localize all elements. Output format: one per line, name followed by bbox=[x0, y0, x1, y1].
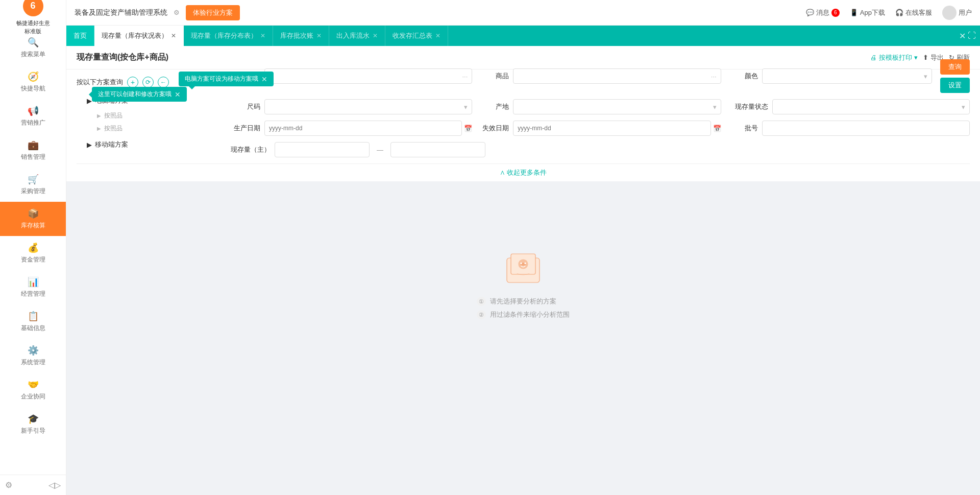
mobile-scheme-label: 移动端方案 bbox=[95, 140, 128, 149]
online-support-btn[interactable]: 🎧 在线客服 bbox=[895, 8, 932, 17]
svg-point-3 bbox=[520, 263, 522, 264]
sidebar-item-purchase[interactable]: 🛒采购管理 bbox=[0, 168, 66, 202]
logo: 6 畅捷通好生意 标准版 bbox=[0, 0, 66, 31]
sidebar-item-enterprise[interactable]: 🤝企业协同 bbox=[0, 373, 66, 407]
desktop-scheme-item[interactable]: ▶ 电脑端方案 bbox=[87, 94, 970, 107]
tab-close-in_out_flow[interactable]: ✕ bbox=[373, 32, 378, 39]
sidebar-item-operation[interactable]: 📊经营管理 bbox=[0, 270, 66, 304]
sidebar: 6 畅捷通好生意 标准版 🔍搜索菜单🧭快捷导航📢营销推广💼销售管理🛒采购管理📦库… bbox=[0, 0, 66, 495]
collapse-icon: ∧ bbox=[500, 169, 505, 176]
sidebar-item-marketing[interactable]: 📢营销推广 bbox=[0, 99, 66, 133]
collapse-icon[interactable]: ◁▷ bbox=[48, 480, 61, 490]
tab-in_out_flow[interactable]: 出入库流水✕ bbox=[329, 26, 385, 46]
tab-batch_account[interactable]: 库存批次账✕ bbox=[273, 26, 329, 46]
sidebar-item-sales[interactable]: 💼销售管理 bbox=[0, 133, 66, 168]
content-area: ① 请先选择要分析的方案 ② 用过滤条件来缩小分析范围 bbox=[66, 181, 980, 386]
empty-tips: ① 请先选择要分析的方案 ② 用过滤条件来缩小分析范围 bbox=[477, 295, 570, 321]
industry-btn[interactable]: 体验行业方案 bbox=[186, 5, 240, 20]
avatar bbox=[942, 6, 957, 20]
tab-close-inventory_status[interactable]: ✕ bbox=[171, 32, 176, 39]
mobile-scheme-item[interactable]: ▶ 移动端方案 bbox=[87, 138, 970, 151]
tab-label-in_out_flow: 出入库流水 bbox=[336, 31, 370, 40]
sub-item-2[interactable]: ▶ 按照品 bbox=[97, 122, 970, 135]
filter-label: 按以下方案查询 bbox=[77, 78, 123, 87]
mobile-scheme-arrow-icon: ▶ bbox=[87, 141, 92, 149]
tab-close-inventory_dist[interactable]: ✕ bbox=[260, 32, 265, 39]
tooltip-create: 这里可以创建和修改方案哦 ✕ bbox=[92, 87, 187, 102]
marketing-icon: 📢 bbox=[28, 105, 39, 116]
message-btn[interactable]: 💬 消息 6 bbox=[806, 8, 840, 17]
enterprise-icon: 🤝 bbox=[28, 379, 39, 390]
finance-icon: 💰 bbox=[28, 242, 39, 253]
tab-label-inventory_status: 现存量（库存状况表） bbox=[102, 31, 168, 40]
filter-header: 按以下方案查询 + ⟳ ← 电脑方案可设为移动方案哦 ✕ bbox=[77, 77, 970, 88]
message-label: 消息 bbox=[816, 8, 829, 17]
guide-icon: 🧭 bbox=[28, 71, 39, 82]
tooltip-scheme-close[interactable]: ✕ bbox=[261, 75, 267, 83]
headset-icon: 🎧 bbox=[895, 9, 903, 16]
tab-label-batch_account: 库存批次账 bbox=[280, 31, 313, 40]
empty-tip-2: ② 用过滤条件来缩小分析范围 bbox=[477, 308, 570, 321]
tab-inventory_status[interactable]: 现存量（库存状况表）✕ bbox=[94, 26, 184, 46]
empty-tip-1: ① 请先选择要分析的方案 bbox=[477, 295, 570, 308]
sidebar-item-newuser[interactable]: 🎓新手引导 bbox=[0, 407, 66, 441]
svg-point-4 bbox=[524, 263, 526, 264]
tab-inventory_dist[interactable]: 现存量（库存分布表）✕ bbox=[184, 26, 273, 46]
sidebar-item-inventory[interactable]: 📦库存核算 bbox=[0, 202, 66, 236]
edit-scheme-btn[interactable]: ⟳ bbox=[142, 77, 154, 88]
user-btn[interactable]: 用户 bbox=[942, 6, 972, 20]
logo-name: 畅捷通好生意 bbox=[16, 19, 50, 27]
tab-home[interactable]: 首页 bbox=[66, 26, 94, 46]
sub-item-1[interactable]: ▶ 按照品 bbox=[97, 109, 970, 122]
app-download-btn[interactable]: 📱 App下载 bbox=[850, 8, 885, 17]
tab-label-inventory_dist: 现存量（库存分布表） bbox=[191, 31, 257, 40]
tab-bar: 首页现存量（库存状况表）✕现存量（库存分布表）✕库存批次账✕出入库流水✕收发存汇… bbox=[66, 26, 980, 46]
basic-icon: 📋 bbox=[28, 311, 39, 322]
sidebar-bottom: ⚙ ◁▷ bbox=[0, 475, 66, 495]
tab-fullscreen-btn[interactable]: ⛶ bbox=[968, 31, 976, 40]
operation-icon: 📊 bbox=[28, 276, 39, 288]
main-content: 现存量查询(按仓库+商品) 🖨 按模板打印 ▾ ⬆ 导出 ↻ 刷新 按以下方案查… bbox=[66, 46, 980, 495]
page-title: 现存量查询(按仓库+商品) bbox=[77, 52, 168, 63]
tab-collection_summary[interactable]: 收发存汇总表✕ bbox=[385, 26, 448, 46]
add-scheme-btn[interactable]: + bbox=[127, 77, 138, 88]
header-left: 装备及固定资产辅助管理系统 ⚙ 体验行业方案 bbox=[75, 5, 240, 20]
back-scheme-btn[interactable]: ← bbox=[158, 77, 169, 88]
tab-close-btn[interactable]: ✕ bbox=[959, 31, 966, 41]
purchase-icon: 🛒 bbox=[28, 174, 39, 185]
sidebar-item-system[interactable]: ⚙️系统管理 bbox=[0, 339, 66, 373]
inventory-icon: 📦 bbox=[28, 208, 39, 219]
search-btn[interactable]: 查询 bbox=[940, 59, 970, 75]
tab-end-actions: ✕ ⛶ bbox=[955, 31, 980, 41]
logo-icon: 6 bbox=[23, 0, 43, 16]
scheme-arrow-icon: ▶ bbox=[87, 97, 92, 105]
tab-label-home: 首页 bbox=[74, 31, 87, 40]
tab-label-collection_summary: 收发存汇总表 bbox=[393, 31, 432, 40]
empty-state: ① 请先选择要分析的方案 ② 用过滤条件来缩小分析范围 bbox=[477, 246, 570, 321]
phone-icon: 📱 bbox=[850, 9, 858, 16]
sidebar-item-finance[interactable]: 💰资金管理 bbox=[0, 236, 66, 270]
settings-icon[interactable]: ⚙ bbox=[5, 480, 12, 490]
system-settings-icon[interactable]: ⚙ bbox=[174, 9, 180, 16]
desktop-sub-items: ▶ 按照品 ▶ 按照品 bbox=[87, 109, 970, 135]
filter-area: 按以下方案查询 + ⟳ ← 电脑方案可设为移动方案哦 ✕ ▶ 电脑端方案 这里 bbox=[66, 69, 980, 181]
message-icon: 💬 bbox=[806, 9, 814, 16]
sales-icon: 💼 bbox=[28, 139, 39, 151]
header: 装备及固定资产辅助管理系统 ⚙ 体验行业方案 💬 消息 6 📱 App下载 🎧 … bbox=[66, 0, 980, 26]
search-icon: 🔍 bbox=[28, 37, 39, 48]
system-name: 装备及固定资产辅助管理系统 bbox=[75, 8, 167, 17]
system-icon: ⚙️ bbox=[28, 345, 39, 356]
sidebar-item-search[interactable]: 🔍搜索菜单 bbox=[0, 31, 66, 65]
tab-close-collection_summary[interactable]: ✕ bbox=[435, 32, 440, 39]
header-right: 💬 消息 6 📱 App下载 🎧 在线客服 用户 bbox=[806, 6, 972, 20]
sidebar-item-guide[interactable]: 🧭快捷导航 bbox=[0, 65, 66, 99]
tooltip-scheme: 电脑方案可设为移动方案哦 ✕ bbox=[179, 72, 274, 86]
tooltip-create-close[interactable]: ✕ bbox=[175, 90, 181, 99]
newuser-icon: 🎓 bbox=[28, 413, 39, 425]
sidebar-nav: 🔍搜索菜单🧭快捷导航📢营销推广💼销售管理🛒采购管理📦库存核算💰资金管理📊经营管理… bbox=[0, 31, 66, 475]
empty-illustration bbox=[498, 246, 549, 287]
collapse-bar[interactable]: ∧ 收起更多条件 bbox=[77, 163, 970, 181]
tab-close-batch_account[interactable]: ✕ bbox=[316, 32, 322, 39]
scheme-list: ▶ 电脑端方案 这里可以创建和修改方案哦 ✕ ▶ 按照品 ▶ 按照 bbox=[77, 94, 970, 151]
sidebar-item-basic[interactable]: 📋基础信息 bbox=[0, 304, 66, 339]
